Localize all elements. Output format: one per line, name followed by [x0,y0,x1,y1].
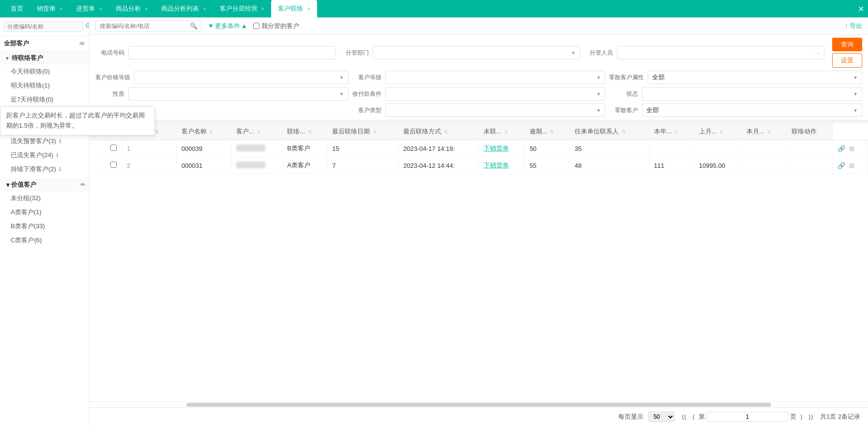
table-header-action: 联络动作 [786,123,832,140]
nav-purchase[interactable]: 进货单 × [69,0,108,17]
total-records-label: 共1页 2条记录 [820,412,860,421]
search-magnifier-icon[interactable]: 🔍 [190,22,198,29]
sort-this-year-icon[interactable]: ⇅ [674,129,678,134]
close-customer-contact-tab[interactable]: × [307,0,310,17]
horizontal-scrollbar[interactable] [90,401,868,407]
row1-action: 🔗 ⊞ [832,140,868,157]
filter-cell-payment: 收付款条件 ▼ [352,87,606,101]
sort-this-month-icon[interactable]: ⇅ [767,129,771,134]
row1-last-method[interactable]: 下销货单 [478,140,524,157]
row2-this-year: 10995.00 [694,157,741,174]
status-select[interactable]: ▼ [642,87,862,101]
sort-name-icon[interactable]: ⇅ [209,129,213,134]
more-filter-button[interactable]: ▼ 更多条件 ▲ [208,22,247,30]
sidebar-search-input[interactable] [4,21,83,32]
nav-sales[interactable]: 销货单 × [30,0,69,17]
sidebar-item-today[interactable]: 今天待联络(0) [0,65,89,79]
next-page-button[interactable]: ⟩ [798,413,805,421]
row2-checkbox [106,157,122,174]
sidebar-section-pending[interactable]: ▼ 待联络客户 [0,51,89,65]
export-button[interactable]: ↑ 导出 [845,22,863,30]
retail-customer-select[interactable]: 全部 ▼ [642,103,862,117]
close-product-list-tab[interactable]: × [203,0,206,17]
row1-level: B类客户 [282,140,327,157]
sidebar-item-7days[interactable]: 近7天待联络(0) [0,93,89,107]
dept-select[interactable]: ▼ [373,46,580,59]
close-customer-layer-tab[interactable]: × [261,0,264,17]
payment-dropdown-icon: ▼ [596,91,601,97]
manager-select[interactable]: ··· [617,46,824,59]
payment-select[interactable]: ▼ [385,87,606,101]
query-button[interactable]: 查询 [832,38,862,51]
sidebar-search-icon[interactable]: 🔍 [85,23,90,30]
prev-page-button[interactable]: ⟨ [690,413,697,421]
export-icon: ↑ [845,22,849,29]
sidebar-section-value[interactable]: ▼ 价值客户 ✏ [0,178,89,191]
row2-action: 🔗 ⊞ [832,157,868,174]
last-page-button[interactable]: ⟩⟩ [807,413,815,421]
close-product-analysis-tab[interactable]: × [145,0,148,17]
search-input[interactable] [100,23,190,29]
sort-level-icon[interactable]: ⇅ [257,129,260,134]
current-page-input[interactable] [707,412,788,422]
settings-button[interactable]: 设置 [832,53,862,68]
page-unit: 页 [790,412,796,421]
customer-type-select[interactable]: ▼ [385,103,606,117]
row2-last-method[interactable]: 下销货单 [478,157,524,174]
window-close-button[interactable]: ✕ [858,4,864,14]
row1-this-year [694,140,741,157]
table-header-level: 客户... ⇅ [231,123,282,140]
table-header-name: 客户名称 ⇅ [176,123,231,140]
sort-no-contact-icon[interactable]: ⇅ [504,129,508,134]
first-page-button[interactable]: ⟨⟨ [680,413,688,421]
nav-customer-layer[interactable]: 客户分层经营 × [213,0,271,17]
customer-grade-select[interactable]: ▼ [385,71,606,84]
my-customer-checkbox[interactable] [253,23,259,29]
retail-attr-select[interactable]: 全部 ▼ [648,71,862,84]
sort-last-method-icon[interactable]: ⇅ [444,129,448,134]
per-page-select[interactable]: 50 20 100 [648,411,675,422]
sidebar-item-tomorrow[interactable]: 明天待联络(1) [0,79,89,93]
close-sales-tab[interactable]: × [60,0,62,17]
row2-link-icon[interactable]: 🔗 [838,162,845,169]
retail-customer-dropdown-icon: ▼ [853,108,858,113]
nav-customer-contact[interactable]: 客户联络 × [271,0,317,17]
sidebar-item-ungroup[interactable]: 未分组(32) [0,191,89,206]
sidebar-all-customers-header[interactable]: 全部客户 ≫ [0,36,89,51]
sort-contact-icon[interactable]: ⇅ [308,129,312,134]
filter-row-2: 客户价格等级 ▼ 客户等级 ▼ 零散客户属性 [95,71,862,84]
sort-overdue-icon[interactable]: ⇅ [550,129,554,134]
sort-last-month-icon[interactable]: ⇅ [719,129,723,134]
row2-select-checkbox[interactable] [110,162,117,168]
sort-contact-person-icon[interactable]: ⇅ [622,129,625,134]
sidebar-item-lost-customers[interactable]: 已流失客户(24) ℹ [0,148,89,162]
sort-code-icon[interactable]: ⇅ [155,129,159,134]
phone-input[interactable] [128,46,336,59]
pagination-bar: 每页显示 50 20 100 ⟨⟨ ⟨ 第 页 ⟩ ⟩⟩ 共1页 2条记录 [90,407,868,426]
sidebar-item-declining[interactable]: 持续下滑客户(2) ℹ [0,162,89,176]
sidebar-collapse-icon[interactable]: ≫ [79,40,85,47]
close-purchase-tab[interactable]: × [99,0,102,17]
filter-row-3: 性质 ▼ 收付款条件 ▼ 状态 [95,87,862,101]
row2-overdue: 48 [569,157,649,174]
content-area: 🔍 ▼ 更多条件 ▲ 我分管的客户 ↑ 导出 [90,17,868,426]
row1-select-checkbox[interactable] [110,145,117,151]
search-box[interactable]: 🔍 [95,20,202,31]
nav-home[interactable]: 首页 [4,0,30,17]
scrollbar-thumb[interactable] [186,403,771,407]
row2-code: 000031 [176,157,231,174]
price-grade-select[interactable]: ▼ [134,71,349,84]
edit-icon[interactable]: ✏ [80,181,85,188]
nature-select[interactable]: ▼ [128,87,349,101]
row2-contact-person: 111 [649,157,694,174]
sidebar-item-class-a[interactable]: A类客户(1) [0,206,89,220]
nav-product-analysis[interactable]: 商品分析 × [109,0,154,17]
sort-last-date-icon[interactable]: ⇅ [373,129,377,134]
nav-product-analysis-list[interactable]: 商品分析列表 × [154,0,213,17]
row1-link-icon[interactable]: 🔗 [838,145,845,152]
row2-grid-icon[interactable]: ⊞ [849,162,854,169]
row1-grid-icon[interactable]: ⊞ [849,145,854,152]
sidebar-item-class-b[interactable]: B类客户(33) [0,220,89,234]
sidebar-item-class-c[interactable]: C类客户(6) [0,234,89,248]
sidebar-item-loss-warning[interactable]: 流失预警客户(3) ℹ [0,134,89,148]
